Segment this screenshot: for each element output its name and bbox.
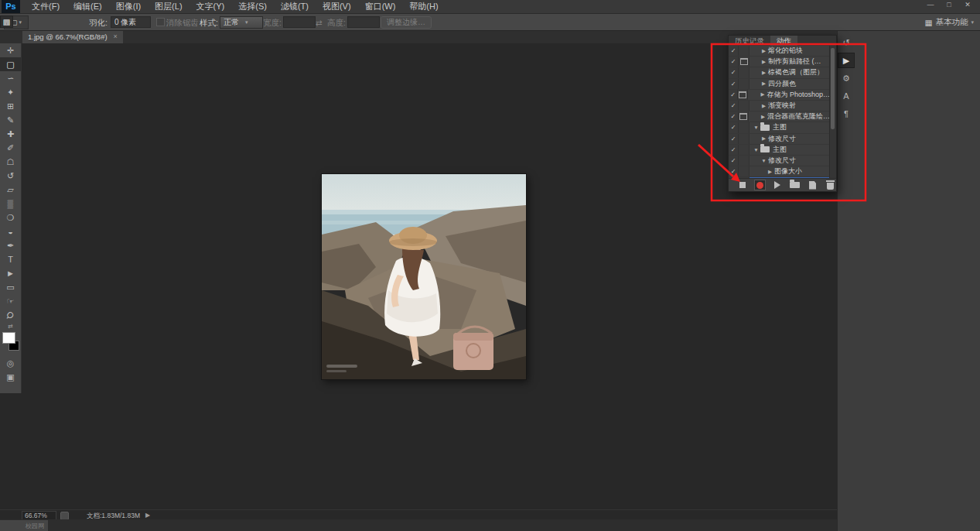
delete-action-button[interactable] [824,180,836,190]
expand-arrow-icon[interactable]: ▶ [760,59,768,65]
expand-arrow-icon[interactable]: ▼ [760,158,768,163]
history-brush-tool[interactable]: ↺ [0,169,21,183]
menu-item[interactable]: 图像(I) [109,0,148,13]
action-check-toggle[interactable]: ✓ [729,166,739,176]
action-row[interactable]: ✓ ▶ 渐变映射 [729,101,830,111]
action-dialog-toggle[interactable] [739,134,750,144]
menu-item[interactable]: 窗口(W) [358,0,403,13]
gradient-tool[interactable]: ▒ [0,197,21,211]
action-row[interactable]: ✓ ▶ 混合器画笔克隆绘… [729,111,830,122]
paragraph-panel-icon[interactable]: ¶ [838,106,855,122]
properties-panel-icon[interactable]: ⚙ [838,70,855,86]
zoom-tool[interactable]: Ϙ [0,308,21,322]
move-tool[interactable]: ✛ [0,43,21,57]
action-row[interactable]: ✓ ▶ 存储为 Photoshop… [729,90,830,101]
action-check-toggle[interactable]: ✓ [729,67,739,77]
action-check-toggle[interactable]: ✓ [729,57,739,67]
action-dialog-toggle[interactable] [739,111,749,122]
menu-item[interactable]: 编辑(E) [67,0,109,13]
action-row[interactable]: ✓ ▶ 熔化的铅块 [729,46,830,57]
action-dialog-toggle[interactable] [739,166,750,176]
expand-arrow-icon[interactable]: ▶ [766,169,774,175]
rectangle-tool[interactable]: ▭ [0,280,21,294]
style-select[interactable]: 正常▾ [220,16,263,29]
record-button[interactable] [754,180,767,190]
action-check-toggle[interactable]: ✓ [729,90,738,100]
swap-colors-icon[interactable]: ⇄ [0,322,21,331]
type-tool[interactable]: T [0,252,21,266]
height-input[interactable] [347,16,380,28]
action-dialog-toggle[interactable] [739,79,750,89]
quick-selection-tool[interactable]: ✦ [0,85,21,99]
width-input[interactable] [283,16,316,28]
blur-tool[interactable]: ❍ [0,211,21,224]
crop-tool[interactable]: ⊞ [0,99,21,113]
menu-item[interactable]: 文字(Y) [190,0,232,13]
action-check-toggle[interactable]: ✓ [729,156,739,166]
expand-arrow-icon[interactable]: ▼ [752,125,760,130]
expand-arrow-icon[interactable]: ▶ [760,103,768,109]
action-dialog-toggle[interactable] [739,156,750,166]
foreground-color-swatch[interactable] [2,332,15,344]
action-dialog-toggle[interactable] [738,90,748,100]
expand-arrow-icon[interactable]: ▶ [760,81,768,87]
close-button[interactable]: ✕ [960,0,975,10]
refine-edge-button[interactable]: 调整边缘… [381,16,432,29]
menu-item[interactable]: 图层(L) [148,0,189,13]
panel-tab[interactable]: 动作 [770,36,797,46]
action-check-toggle[interactable]: ✓ [729,122,739,132]
action-row[interactable]: ✓ ▶ 图像大小 [729,166,830,177]
clone-stamp-tool[interactable]: ☖ [0,155,21,169]
menu-item[interactable]: 视图(V) [316,0,358,13]
new-set-button[interactable] [789,180,801,190]
expand-arrow-icon[interactable]: ▶ [760,135,768,142]
play-button[interactable] [771,180,784,190]
lasso-tool[interactable]: ∽ [0,71,21,85]
action-check-toggle[interactable]: ✓ [729,145,739,155]
action-row[interactable]: ✓ ▼ 主图 [729,145,830,156]
action-row[interactable]: ✓ ▼ 修改尺寸 [729,156,830,166]
character-panel-icon[interactable]: A [838,88,855,104]
rectangular-marquee-tool[interactable]: ▢ [0,57,21,71]
action-row[interactable]: ✓ ▶ 制作剪贴路径 (… [729,57,830,67]
hand-tool[interactable]: ☞ [0,294,21,308]
tab-close-icon[interactable]: × [114,30,118,43]
pen-tool[interactable]: ✒ [0,238,21,252]
maximize-button[interactable]: □ [941,0,957,10]
eraser-tool[interactable]: ▱ [0,183,21,197]
stop-button[interactable] [736,180,749,190]
healing-brush-tool[interactable]: ✚ [0,127,21,141]
action-dialog-toggle[interactable] [739,57,750,67]
expand-arrow-icon[interactable]: ▶ [759,114,767,120]
history-panel-icon[interactable]: ↺ [838,35,855,50]
menu-item[interactable]: 帮助(H) [402,0,445,13]
minimize-button[interactable]: — [923,0,938,10]
action-dialog-toggle[interactable] [739,67,750,77]
intersect-selection-icon[interactable]: ◩ [0,15,13,28]
document-tab[interactable]: 1.jpg @ 66.7%(RGB/8#) × [22,30,123,43]
menu-item[interactable]: 文件(F) [25,0,67,13]
action-check-toggle[interactable]: ✓ [729,46,739,56]
action-row[interactable]: ✓ ▶ 棕褐色调（图层） [729,67,830,78]
expand-arrow-icon[interactable]: ▶ [758,91,767,98]
action-dialog-toggle[interactable] [739,122,750,132]
workspace-switcher[interactable]: ▦ 基本功能 ▾ [925,17,974,28]
dodge-tool[interactable]: ◒ [0,224,21,238]
brush-tool[interactable]: ✐ [0,141,21,155]
menu-item[interactable]: 滤镜(T) [274,0,316,13]
action-dialog-toggle[interactable] [739,46,750,56]
panel-tab[interactable]: 历史记录 [729,36,770,46]
expand-arrow-icon[interactable]: ▶ [760,48,768,54]
canvas-photo[interactable] [322,174,526,379]
action-check-toggle[interactable]: ✓ [729,134,739,144]
eyedropper-tool[interactable]: ✎ [0,113,21,127]
screen-mode-button[interactable]: ▣ [0,370,21,384]
action-row[interactable]: ✓ ▶ 修改尺寸 [729,134,830,145]
antialias-checkbox[interactable] [156,18,165,26]
feather-input[interactable]: 0 像素 [111,16,151,28]
scrollbar-thumb[interactable] [831,48,835,129]
action-row[interactable]: ✓ ▼ 主图 [729,122,830,133]
action-dialog-toggle[interactable] [739,145,750,155]
actions-panel-icon[interactable]: ▶ [838,53,855,68]
action-check-toggle[interactable]: ✓ [729,101,739,111]
